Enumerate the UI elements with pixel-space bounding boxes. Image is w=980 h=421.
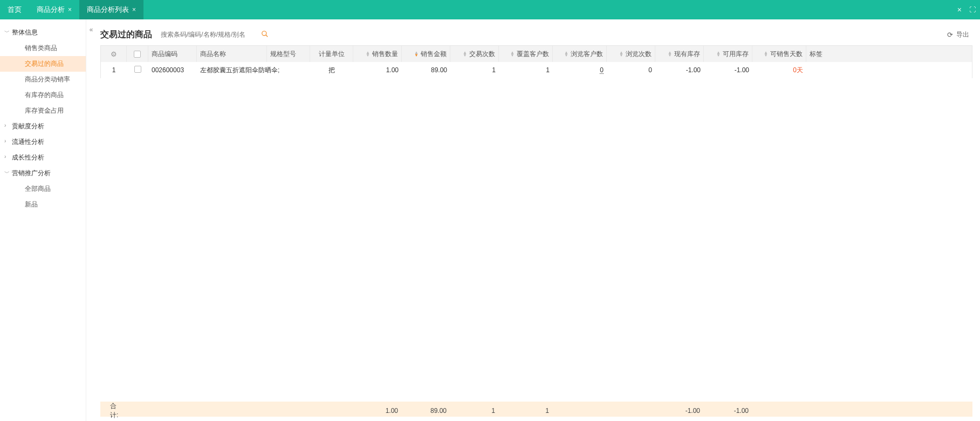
th-tags[interactable]: 标签 [806, 46, 972, 62]
th-stock-avail[interactable]: ▲▼可用库存 [704, 46, 752, 62]
close-icon[interactable]: × [132, 6, 136, 13]
tfoot-label: 合计: [100, 402, 126, 420]
sidebar-item-stock-capital[interactable]: 库存资金占用 [0, 103, 86, 119]
th-cover-cust[interactable]: ▲▼覆盖客户数 [499, 46, 553, 62]
search-input[interactable] [161, 31, 258, 39]
table-row[interactable]: 1 002600003 左都胶囊五折遮阳伞防晒伞; 把 1.00 89.00 1… [101, 62, 972, 78]
td-unit: 把 [310, 66, 353, 75]
tfoot-stock-avail: -1.00 [703, 407, 752, 415]
td-checkbox [127, 66, 148, 74]
th-unit[interactable]: 计量单位 [310, 46, 353, 62]
sort-icon: ▲▼ [366, 51, 370, 57]
sort-icon: ▲▼ [463, 51, 467, 57]
sort-icon: ▲▼ [668, 51, 672, 57]
sidebar-item-new-products[interactable]: 新品 [0, 197, 86, 212]
td-stock-now: -1.00 [655, 66, 704, 74]
row-checkbox[interactable] [134, 66, 141, 73]
tfoot-sales-amount: 89.00 [401, 407, 450, 415]
th-browse-count[interactable]: ▲▼浏览次数 [607, 46, 655, 62]
sidebar-group-marketing: ﹀ 营销推广分析 全部商品 新品 [0, 165, 86, 212]
td-stock-avail: -1.00 [704, 66, 752, 74]
sidebar-item-instock-products[interactable]: 有库存的商品 [0, 87, 86, 103]
sidebar-group-label: 营销推广分析 [12, 169, 51, 178]
sidebar-group-label: 贡献度分析 [12, 122, 44, 131]
th-gear[interactable]: ⚙ [101, 46, 127, 62]
sidebar-item-traded-products[interactable]: 交易过的商品 [0, 56, 86, 72]
sidebar-group-growth: › 成长性分析 [0, 150, 86, 165]
tab-product-analysis[interactable]: 商品分析 × [29, 0, 79, 19]
th-product-code[interactable]: 商品编码 [148, 46, 197, 62]
page-title: 交易过的商品 [100, 29, 152, 40]
data-table: ⚙ 商品编码 商品名称 规格型号 计量单位 ▲▼销售数量 ▲▼销售金额 ▲▼交易… [100, 45, 972, 78]
td-product-code: 002600003 [148, 66, 197, 74]
th-spec[interactable]: 规格型号 [267, 46, 310, 62]
main-content: 交易过的商品 ⟳ 导出 ⚙ 商品编码 商品名称 规格型号 计量单位 ▲▼销售 [86, 19, 980, 421]
chevron-down-icon: ﹀ [4, 169, 10, 177]
tfoot-stock-now: -1.00 [655, 407, 703, 415]
td-browse-cust: 0 [553, 66, 607, 74]
tfoot-sales-qty: 1.00 [353, 407, 401, 415]
sort-icon: ▲▼ [619, 51, 623, 57]
td-cover-cust: 1 [499, 66, 553, 74]
chevron-right-icon: › [4, 138, 6, 144]
tab-product-analysis-list[interactable]: 商品分析列表 × [79, 0, 143, 19]
sidebar-group-label: 成长性分析 [12, 153, 44, 162]
tabbar-right-icons: × ⛶ [957, 0, 976, 19]
sort-icon: ▲▼ [510, 51, 515, 57]
sort-icon: ▲▼ [564, 51, 568, 57]
tab-label: 商品分析列表 [87, 5, 129, 15]
sidebar: ﹀ 整体信息 销售类商品 交易过的商品 商品分类动销率 有库存的商品 库存资金占… [0, 19, 86, 421]
sidebar-group-header[interactable]: ﹀ 营销推广分析 [0, 165, 86, 181]
td-idx: 1 [101, 66, 127, 74]
sidebar-group-header[interactable]: › 成长性分析 [0, 150, 86, 165]
sidebar-group-header[interactable]: › 贡献度分析 [0, 119, 86, 134]
gear-icon: ⚙ [111, 50, 117, 58]
td-sellable-days: 0天 [752, 66, 806, 75]
chevron-down-icon: ﹀ [4, 29, 10, 36]
td-browse-count: 0 [607, 66, 655, 74]
fullscreen-icon[interactable]: ⛶ [969, 6, 976, 13]
chevron-right-icon: › [4, 154, 6, 160]
td-trade-count: 1 [450, 66, 499, 74]
sidebar-group-header[interactable]: › 流通性分析 [0, 134, 86, 150]
th-sales-qty[interactable]: ▲▼销售数量 [353, 46, 402, 62]
close-icon[interactable]: × [68, 6, 72, 13]
sidebar-group-contribution: › 贡献度分析 [0, 119, 86, 134]
tab-home[interactable]: 首页 [0, 0, 29, 19]
sidebar-group-label: 流通性分析 [12, 137, 44, 147]
sidebar-group-label: 整体信息 [12, 28, 38, 37]
select-all-checkbox[interactable] [134, 51, 141, 58]
tfoot-cover-cust: 1 [498, 407, 552, 415]
export-button[interactable]: ⟳ 导出 [944, 28, 972, 42]
th-stock-now[interactable]: ▲▼现有库存 [655, 46, 704, 62]
th-trade-count[interactable]: ▲▼交易次数 [450, 46, 499, 62]
browse-cust-link[interactable]: 0 [600, 66, 604, 74]
tfoot-trade-count: 1 [450, 407, 498, 415]
tab-label: 商品分析 [37, 5, 65, 15]
chevron-right-icon: › [4, 122, 6, 128]
th-product-name[interactable]: 商品名称 [197, 46, 267, 62]
table-head: ⚙ 商品编码 商品名称 规格型号 计量单位 ▲▼销售数量 ▲▼销售金额 ▲▼交易… [101, 46, 972, 62]
sidebar-group-liquidity: › 流通性分析 [0, 134, 86, 150]
sidebar-item-category-sellrate[interactable]: 商品分类动销率 [0, 72, 86, 87]
th-sales-amount[interactable]: ▲▼销售金额 [402, 46, 450, 62]
sidebar-group-header[interactable]: ﹀ 整体信息 [0, 25, 86, 40]
table-footer: 合计: 1.00 89.00 1 1 -1.00 -1.00 [100, 402, 972, 417]
export-label: 导出 [956, 30, 969, 39]
sort-icon: ▲▼ [716, 51, 721, 57]
sidebar-group-overview: ﹀ 整体信息 销售类商品 交易过的商品 商品分类动销率 有库存的商品 库存资金占… [0, 25, 86, 119]
td-sales-qty: 1.00 [353, 66, 402, 74]
th-browse-cust[interactable]: ▲▼浏览客户数 [553, 46, 607, 62]
sort-icon: ▲▼ [764, 51, 768, 57]
sidebar-item-sales-products[interactable]: 销售类商品 [0, 40, 86, 56]
svg-line-1 [266, 34, 268, 37]
search-icon[interactable] [261, 30, 269, 39]
td-sales-amount: 89.00 [402, 66, 450, 74]
sidebar-item-all-products[interactable]: 全部商品 [0, 181, 86, 197]
th-sellable-days[interactable]: ▲▼可销售天数 [752, 46, 806, 62]
close-all-icon[interactable]: × [957, 5, 962, 14]
tab-label: 首页 [8, 5, 22, 15]
td-product-name: 左都胶囊五折遮阳伞防晒伞; [197, 66, 267, 75]
tab-bar: 首页 商品分析 × 商品分析列表 × × ⛶ [0, 0, 980, 19]
page-header: 交易过的商品 ⟳ 导出 [100, 24, 972, 45]
